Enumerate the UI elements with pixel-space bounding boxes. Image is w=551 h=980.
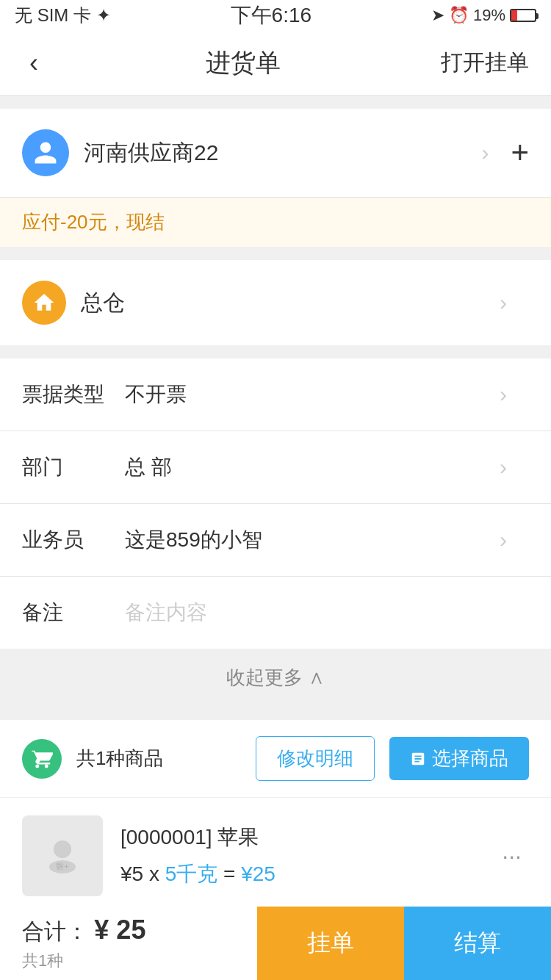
shopping-icon	[31, 748, 53, 770]
alarm-icon: ⏰	[449, 6, 469, 25]
staff-value: 这是859的小智	[125, 526, 500, 554]
hang-button[interactable]: 挂单	[257, 907, 404, 980]
line-total: ¥25	[241, 862, 276, 885]
product-icon-wrap	[22, 739, 62, 779]
battery-icon	[510, 9, 536, 22]
section-divider-3	[0, 345, 551, 359]
dept-value: 总 部	[125, 453, 500, 481]
warehouse-chevron-icon: ›	[500, 290, 507, 315]
product-header: 共1种商品 修改明细 选择商品	[0, 720, 551, 797]
bottom-bar: 合计： ¥ 25 共1种 挂单 结算	[0, 907, 551, 980]
warehouse-icon-wrap	[22, 281, 66, 325]
invoice-value: 不开票	[125, 381, 500, 408]
remark-input[interactable]: 备注内容	[125, 599, 529, 627]
checkout-button[interactable]: 结算	[404, 907, 551, 980]
edit-detail-button[interactable]: 修改明细	[256, 736, 375, 781]
quantity: 5千克	[165, 862, 218, 885]
select-product-icon	[410, 751, 426, 767]
location-icon: ➤	[431, 6, 444, 25]
product-name: [0000001] 苹果	[120, 824, 477, 851]
staff-chevron-icon: ›	[500, 527, 507, 552]
equals: =	[223, 862, 241, 885]
section-divider-2	[0, 247, 551, 260]
supplier-name: 河南供应商22	[84, 138, 481, 168]
status-time: 下午6:16	[231, 1, 312, 29]
total-value: ¥ 25	[94, 915, 145, 945]
svg-text:磐+: 磐+	[56, 862, 68, 871]
unit-price: ¥5 x	[120, 862, 165, 885]
invoice-type-row[interactable]: 票据类型 不开票 ›	[0, 359, 551, 431]
section-divider-1	[0, 96, 551, 109]
total-info: 合计： ¥ 25 共1种	[0, 915, 257, 972]
open-hang-button[interactable]: 打开挂单	[441, 48, 529, 78]
product-code: [0000001]	[120, 826, 217, 849]
product-thumb-icon: 磐+	[40, 834, 84, 878]
dept-label: 部门	[22, 453, 125, 481]
sim-status: 无 SIM 卡 ✦	[15, 4, 111, 27]
battery-level: 19%	[473, 6, 505, 25]
supplier-avatar	[22, 129, 69, 176]
user-icon	[32, 140, 59, 166]
status-right: ➤ ⏰ 19%	[431, 6, 536, 25]
product-item: 磐+ [0000001] 苹果 ¥5 x 5千克 = ¥25 ···	[0, 797, 551, 914]
warehouse-row[interactable]: 总仓 ›	[0, 260, 551, 345]
total-label: 合计：	[22, 919, 88, 943]
invoice-label: 票据类型	[22, 381, 125, 408]
status-bar: 无 SIM 卡 ✦ 下午6:16 ➤ ⏰ 19%	[0, 0, 551, 31]
staff-label: 业务员	[22, 526, 125, 554]
product-title: 苹果	[217, 826, 259, 849]
collapse-button[interactable]: 收起更多 ∧	[0, 649, 551, 707]
invoice-chevron-icon: ›	[500, 382, 507, 407]
product-info: [0000001] 苹果 ¥5 x 5千克 = ¥25	[120, 824, 477, 888]
back-button[interactable]: ‹	[22, 40, 46, 86]
product-count-label: 共1种商品	[76, 746, 241, 771]
warehouse-icon	[32, 291, 56, 314]
product-thumbnail: 磐+	[22, 815, 103, 896]
product-price-row: ¥5 x 5千克 = ¥25	[120, 860, 477, 888]
total-sub: 共1种	[22, 950, 235, 972]
product-menu-button[interactable]: ···	[494, 835, 529, 877]
notice-bar: 应付-20元，现结	[0, 198, 551, 247]
chevron-right-icon: ›	[481, 140, 489, 165]
warehouse-name: 总仓	[81, 288, 500, 318]
dept-chevron-icon: ›	[500, 455, 507, 480]
add-icon[interactable]: +	[511, 135, 529, 170]
remark-row[interactable]: 备注 备注内容	[0, 577, 551, 649]
page-title: 进货单	[206, 46, 281, 80]
status-left: 无 SIM 卡 ✦	[15, 4, 111, 27]
total-amount: 合计： ¥ 25	[22, 915, 235, 947]
staff-row[interactable]: 业务员 这是859的小智 ›	[0, 504, 551, 577]
select-product-button[interactable]: 选择商品	[389, 737, 529, 780]
dept-row[interactable]: 部门 总 部 ›	[0, 431, 551, 504]
select-product-label: 选择商品	[432, 746, 508, 771]
remark-label: 备注	[22, 599, 125, 627]
nav-bar: ‹ 进货单 打开挂单	[0, 31, 551, 96]
svg-point-0	[54, 840, 71, 858]
supplier-row[interactable]: 河南供应商22 › +	[0, 109, 551, 198]
